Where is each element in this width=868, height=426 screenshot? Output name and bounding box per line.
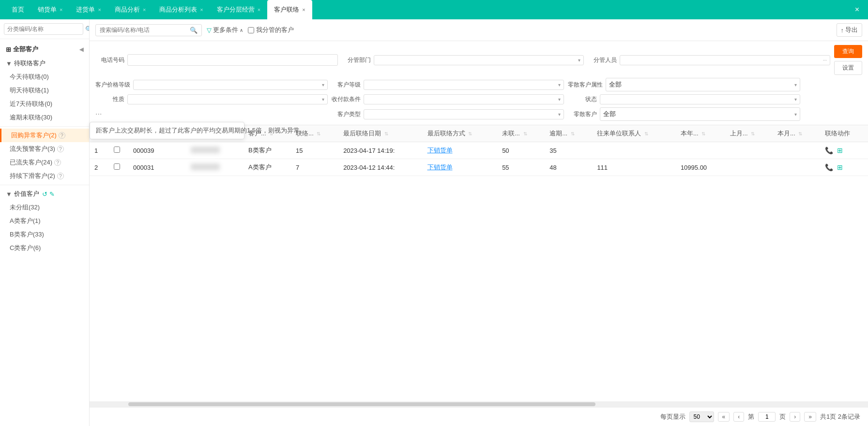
row1-method-link[interactable]: 下销货单 bbox=[427, 147, 453, 154]
price-level-select[interactable]: ▾ bbox=[133, 80, 328, 90]
search-input-wrap: 🔍 bbox=[95, 24, 202, 36]
sidebar-item-today[interactable]: 今天待联络(0) bbox=[0, 70, 89, 84]
nav-tab-analysis[interactable]: 商品分析 × bbox=[108, 0, 152, 19]
close-customer-tier-tab[interactable]: × bbox=[258, 7, 260, 13]
sidebar-item-a-class[interactable]: A类客户(1) bbox=[0, 214, 89, 228]
sidebar-item-already-lost[interactable]: 已流失客户(24) ? bbox=[0, 156, 89, 169]
nav-tab-customer-contact[interactable]: 客户联络 × bbox=[267, 0, 312, 19]
row1-phone-icon[interactable]: 📞 bbox=[825, 147, 833, 154]
sort-icon-cmonth[interactable]: ⇅ bbox=[798, 131, 802, 136]
sidebar-search-input[interactable] bbox=[4, 23, 83, 35]
status-select[interactable]: ▾ bbox=[600, 94, 800, 104]
customer-level-select[interactable]: ▾ bbox=[364, 80, 564, 90]
sidebar-item-7days[interactable]: 近7天待联络(0) bbox=[0, 97, 89, 111]
search-icon[interactable]: 🔍 bbox=[190, 27, 198, 34]
row1-more-icon[interactable]: ⊞ bbox=[837, 147, 843, 154]
sidebar-item-tomorrow[interactable]: 明天待联络(1) bbox=[0, 84, 89, 97]
row2-more-icon[interactable]: ⊞ bbox=[837, 163, 843, 171]
dept-arrow-icon: ▾ bbox=[578, 58, 580, 63]
row1-cmonth bbox=[773, 142, 820, 159]
row1-checkbox[interactable] bbox=[114, 147, 120, 153]
sidebar-item-repurchase-abnormal[interactable]: 回购异常客户(2) ? bbox=[0, 129, 89, 142]
data-table-wrap: ⚙ 客户编码 ⇅ 客户名称 ⇅ bbox=[90, 125, 868, 401]
nav-tab-home[interactable]: 首页 bbox=[5, 0, 31, 19]
search-input[interactable] bbox=[100, 27, 190, 33]
payment-select[interactable]: ▾ bbox=[364, 94, 564, 104]
manager-select[interactable]: ··· bbox=[620, 55, 830, 65]
th-actions: 联络动作 bbox=[820, 125, 868, 142]
retail-attr-select[interactable]: 全部 ▾ bbox=[606, 78, 800, 91]
declining-help-icon[interactable]: ? bbox=[57, 173, 64, 179]
sort-icon-contact[interactable]: ⇅ bbox=[317, 131, 320, 136]
sort-icon-person[interactable]: ⇅ bbox=[644, 131, 648, 136]
page-number-input[interactable] bbox=[758, 412, 776, 422]
lost-warning-help-icon[interactable]: ? bbox=[57, 146, 64, 152]
my-customer-checkbox-input[interactable] bbox=[248, 27, 254, 33]
value-group-refresh-icon[interactable]: ↺ bbox=[42, 191, 47, 198]
chevron-down-icon: ∧ bbox=[240, 28, 243, 33]
sidebar-item-c-class[interactable]: C类客户(6) bbox=[0, 241, 89, 255]
row2-year: 10995.00 bbox=[676, 159, 725, 176]
sidebar-item-b-class[interactable]: B类客户(33) bbox=[0, 228, 89, 241]
export-icon: ↑ bbox=[841, 27, 844, 34]
nav-tab-customer-tier[interactable]: 客户分层经营 × bbox=[210, 0, 267, 19]
price-arrow-icon: ▾ bbox=[322, 82, 324, 88]
row2-type: A类客户 bbox=[244, 159, 291, 176]
filter-more-btn[interactable]: ▽ 更多条件 ∧ bbox=[207, 26, 243, 34]
sidebar: 🔍 ⊞ 全部客户 ◀ ▼ 待联络客户 今天待联络(0) 明天待联络(1) 近7天… bbox=[0, 19, 90, 426]
per-page-select[interactable]: 50 100 200 bbox=[689, 411, 714, 422]
sort-icon-overdue[interactable]: ⇅ bbox=[571, 131, 575, 136]
dept-select[interactable]: ▾ bbox=[374, 55, 584, 65]
sidebar-all-customers[interactable]: ⊞ 全部客户 ◀ bbox=[0, 42, 89, 57]
sort-icon-unlabeled[interactable]: ⇅ bbox=[523, 131, 527, 136]
settings-button[interactable]: 设置 bbox=[834, 61, 862, 75]
last-page-button[interactable]: » bbox=[804, 412, 816, 422]
close-customer-contact-tab[interactable]: × bbox=[302, 7, 305, 13]
value-group-edit-icon[interactable]: ✎ bbox=[49, 191, 55, 198]
export-button[interactable]: ↑ 导出 bbox=[837, 23, 863, 37]
retail-customer-select[interactable]: 全部 ▾ bbox=[600, 107, 800, 121]
phone-input[interactable] bbox=[127, 54, 338, 66]
row2-phone-icon[interactable]: 📞 bbox=[825, 163, 833, 171]
repurchase-help-icon[interactable]: ? bbox=[59, 132, 65, 139]
row1-contact-count: 15 bbox=[291, 142, 338, 159]
scrollbar-thumb[interactable] bbox=[128, 402, 595, 406]
sort-icon-date[interactable]: ⇅ bbox=[384, 131, 388, 136]
my-customer-checkbox[interactable]: 我分管的客户 bbox=[248, 26, 294, 34]
close-analysis-tab[interactable]: × bbox=[143, 7, 146, 13]
close-sales-tab[interactable]: × bbox=[60, 7, 62, 13]
sidebar-value-group[interactable]: ▼ 价值客户 ↺ ✎ bbox=[0, 187, 89, 201]
row1-code: 000039 bbox=[128, 142, 186, 159]
sort-icon-lmonth[interactable]: ⇅ bbox=[751, 131, 755, 136]
nav-tab-analysis-list[interactable]: 商品分析列表 × bbox=[152, 0, 210, 19]
sort-icon-method[interactable]: ⇅ bbox=[468, 131, 472, 136]
first-page-button[interactable]: « bbox=[718, 412, 730, 422]
nav-tab-purchase[interactable]: 进货单 × bbox=[69, 0, 107, 19]
sidebar-pending-group[interactable]: ▼ 待联络客户 bbox=[0, 57, 89, 70]
sidebar-search-icon[interactable]: 🔍 bbox=[85, 26, 90, 33]
retail-customer-field: 零散客户 全部 ▾ bbox=[568, 107, 800, 121]
query-button[interactable]: 查询 bbox=[834, 45, 862, 58]
top-nav: 首页 销货单 × 进货单 × 商品分析 × 商品分析列表 × 客户分层经营 × … bbox=[0, 0, 868, 19]
row2-method-link[interactable]: 下销货单 bbox=[427, 163, 453, 171]
gender-select[interactable]: ▾ bbox=[127, 94, 328, 104]
sidebar-item-declining[interactable]: 持续下滑客户(2) ? bbox=[0, 169, 89, 183]
window-close-button[interactable]: × bbox=[851, 5, 863, 14]
close-purchase-tab[interactable]: × bbox=[98, 7, 101, 13]
row2-checkbox[interactable] bbox=[114, 163, 120, 170]
already-lost-help-icon[interactable]: ? bbox=[54, 159, 61, 166]
sidebar-item-ungrouped[interactable]: 未分组(32) bbox=[0, 201, 89, 214]
customer-type-select[interactable]: ▾ bbox=[364, 109, 564, 119]
nav-tab-sales[interactable]: 销货单 × bbox=[31, 0, 69, 19]
sort-icon-year[interactable]: ⇅ bbox=[701, 131, 705, 136]
next-page-button[interactable]: › bbox=[790, 412, 800, 422]
horizontal-scrollbar[interactable] bbox=[90, 401, 868, 407]
row1-person bbox=[592, 142, 675, 159]
sidebar-item-lost-warning[interactable]: 流失预警客户(3) ? bbox=[0, 142, 89, 156]
close-analysis-list-tab[interactable]: × bbox=[200, 7, 203, 13]
row2-lmonth bbox=[725, 159, 773, 176]
prev-page-button[interactable]: ‹ bbox=[733, 412, 744, 422]
sidebar-item-overdue[interactable]: 逾期未联络(30) bbox=[0, 111, 89, 124]
status-arrow-icon: ▾ bbox=[794, 97, 797, 102]
more-conditions-icon[interactable]: ··· bbox=[95, 110, 102, 118]
